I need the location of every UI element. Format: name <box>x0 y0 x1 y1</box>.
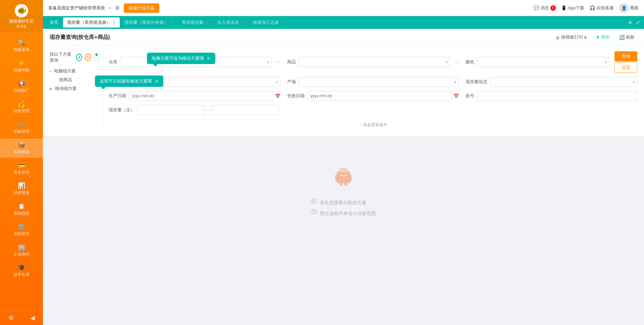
collapse-bar[interactable]: ⌃ 收起更多条件 <box>109 119 637 130</box>
warehouse-more-icon[interactable]: ⋯ <box>276 59 280 65</box>
collapse-sidebar-icon[interactable]: ◀ <box>30 314 35 322</box>
scheme-item-goods[interactable]: 按商品 <box>56 76 98 84</box>
tab-home[interactable]: 首页 <box>46 19 62 25</box>
sidebar-item-newbie[interactable]: 🎓 新手引导 <box>0 261 43 280</box>
empty-step-1: 1 请先选择要分析的方案 <box>311 198 376 207</box>
tab-batch[interactable]: 库存批次账 ✕ <box>178 17 213 28</box>
search-button[interactable]: 查询 <box>614 51 637 61</box>
expire-date-calendar-icon[interactable]: 📅 <box>453 94 459 99</box>
color-select-wrapper: ▾ <box>477 57 609 67</box>
expire-date-input[interactable] <box>307 91 452 101</box>
tooltip-pc-to-mobile: 电脑方案可设为移动方案哦 ✕ <box>147 53 215 64</box>
sidebar-item-quick[interactable]: ⚡ 快捷导航 <box>0 57 43 76</box>
filter-left-panel: 按以下方案查询 + ↻ ← ▾ 电脑端方案 <box>50 51 103 130</box>
tooltip1-arrow <box>154 63 157 66</box>
sidebar-item-system[interactable]: ⚙️ 系统管理 <box>0 220 43 239</box>
trial-button[interactable]: 体验行业方案 <box>124 3 159 13</box>
tab-batch-close[interactable]: ✕ <box>206 20 209 25</box>
sidebar-item-enterprise[interactable]: 🏢 企业协同 <box>0 241 43 260</box>
refresh-button[interactable]: 🔄 刷新 <box>616 33 637 42</box>
stock-main-min-input[interactable] <box>138 105 205 115</box>
svg-rect-8 <box>339 182 343 186</box>
filter-refresh-button[interactable]: ↻ <box>85 54 91 61</box>
goods-label: 商品 <box>287 59 296 65</box>
sidebar-item-purchase[interactable]: 🛒 采购管理 <box>0 118 43 137</box>
sidebar-logo: 🐠 畅捷通好生意 标准版 <box>0 0 43 33</box>
print-icon: 🖨 <box>555 35 560 40</box>
sidebar-item-inventory[interactable]: 📦 库存核算 <box>0 139 43 158</box>
tab-inventory-dist-close[interactable]: ✕ <box>170 20 173 25</box>
color-label: 颜色 <box>466 59 474 65</box>
goods-select[interactable] <box>299 57 450 67</box>
tooltip-text-1: 电脑方案可设为移动方案哦 <box>152 55 204 61</box>
step2-num: 2 <box>311 209 317 215</box>
produce-date-input[interactable] <box>129 91 274 101</box>
page-header-actions: 🖨 按模板打印 ▾ ⬆ 导出 🔄 刷新 <box>553 33 637 42</box>
set-button[interactable]: 设置 <box>614 62 637 73</box>
page-title: 现存量查询(按仓库+商品) <box>50 34 110 41</box>
goods-more-icon[interactable]: ⋯ <box>454 59 459 65</box>
app-download-action[interactable]: 📱 App下载 <box>561 5 584 11</box>
support-action[interactable]: 🎧 在线客服 <box>590 5 614 11</box>
sidebar: 🐠 畅捷通好生意 标准版 🔍 搜索菜单 ⚡ 快捷导航 📢 营销推广 💰 销售管理… <box>0 0 43 325</box>
stock-main-dash: — <box>206 108 210 113</box>
batch-no-input[interactable] <box>477 91 637 101</box>
stock-main-max-input[interactable] <box>212 105 279 115</box>
user-profile[interactable]: 👤 用友 <box>619 3 639 13</box>
logo-text: 畅捷通好生意 标准版 <box>9 19 34 29</box>
tab-inventory-dist[interactable]: 现存量（库存分布表） ✕ <box>120 17 177 28</box>
search-icon: 🔍 <box>18 39 25 46</box>
tab-close-all-icon[interactable]: ✕ <box>627 18 634 27</box>
origin-select[interactable] <box>299 77 459 87</box>
sidebar-item-marketing[interactable]: 📢 营销推广 <box>0 77 43 96</box>
username: 用友 <box>630 5 639 11</box>
origin-label: 产地 <box>287 79 296 85</box>
tab-inventory-status-close[interactable]: ✕ <box>113 20 116 25</box>
settings-bottom-icon[interactable]: ⚙ <box>8 314 14 322</box>
goods-select-wrapper: ▾ <box>299 57 450 67</box>
color-select[interactable] <box>477 57 609 67</box>
sidebar-item-finance[interactable]: 💳 资金管理 <box>0 159 43 178</box>
message-badge: 6 <box>550 5 556 11</box>
svg-rect-7 <box>349 175 352 181</box>
tooltip-create-scheme: 这里可以创建和修改方案哦 ✕ <box>95 75 163 87</box>
print-button[interactable]: 🖨 按模板打印 ▾ <box>553 33 589 42</box>
svg-rect-6 <box>335 175 338 181</box>
sidebar-item-basic[interactable]: 📋 基础信息 <box>0 200 43 219</box>
filter-add-button[interactable]: + <box>76 54 82 61</box>
sidebar-item-sales[interactable]: 💰 销售管理 <box>0 98 43 117</box>
mobile-scheme-group: ▶ 移动端方案 <box>50 85 98 92</box>
filter-row-goods: 商品 ▾ ⋯ <box>287 51 459 73</box>
export-button[interactable]: ⬆ 导出 <box>593 33 612 42</box>
pc-group-toggle[interactable]: ▾ <box>50 69 51 73</box>
avatar: 👤 <box>619 3 629 13</box>
scheme-item-label: 按商品 <box>59 77 72 83</box>
tab-receive[interactable]: 收发存汇总表 ✕ <box>249 17 288 28</box>
tooltip2-close-icon[interactable]: ✕ <box>155 78 159 84</box>
stock-status-select[interactable] <box>490 77 637 87</box>
tooltip1-close-icon[interactable]: ✕ <box>207 56 211 61</box>
empty-illustration <box>330 163 357 190</box>
filter-row-stock-main: 现存量（主） — <box>109 105 637 115</box>
filter-label: 按以下方案查询 <box>50 51 73 63</box>
stock-main-label: 现存量（主） <box>109 107 135 113</box>
message-action[interactable]: 💬 消息 6 <box>534 5 556 11</box>
empty-state: 1 请先选择要分析的方案 2 用过滤条件来缩小分析范围 <box>43 136 644 246</box>
sidebar-item-business[interactable]: 📊 经营管理 <box>0 179 43 199</box>
mobile-group-toggle[interactable]: ▶ <box>50 87 52 91</box>
sidebar-item-search[interactable]: 🔍 搜索菜单 <box>0 36 43 55</box>
tab-inout-close[interactable]: ✕ <box>241 20 244 25</box>
tab-inout[interactable]: 出入库流水 ✕ <box>213 17 248 28</box>
produce-date-row: 📅 <box>129 91 280 101</box>
warehouse-label: 仓库 <box>109 59 117 65</box>
system-dropdown-icon[interactable]: ▾ <box>109 6 111 10</box>
tab-inventory-status[interactable]: 现存量（库存状况表） ✕ <box>63 17 120 28</box>
topbar-gear-icon[interactable]: ⚙ <box>115 5 120 11</box>
tooltip2-arrow <box>102 86 105 89</box>
filter-row-stock-status: 现存量状态 ▾ <box>466 77 637 87</box>
tab-fullscreen-icon[interactable]: ⤢ <box>634 18 641 27</box>
quick-icon: ⚡ <box>18 59 25 67</box>
produce-date-calendar-icon[interactable]: 📅 <box>275 94 280 99</box>
tab-receive-close[interactable]: ✕ <box>281 20 284 25</box>
pc-scheme-group: ▾ 电脑端方案 <box>50 67 98 75</box>
